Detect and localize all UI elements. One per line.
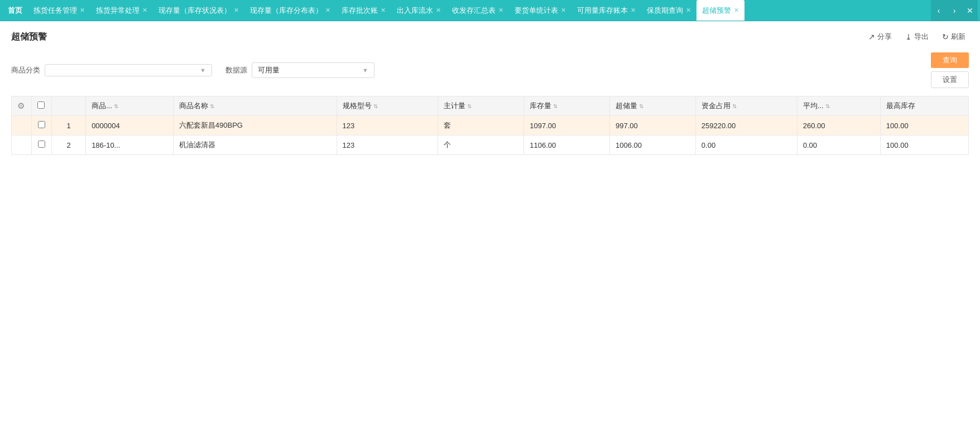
th-checkbox[interactable] [32, 96, 52, 116]
td-spec-1: 123 [337, 135, 438, 155]
table-header: ⚙ 商品...⇅ 商品名称⇅ 规格型号⇅ 主计量⇅ 库存量⇅ 超储量⇅ 资金占用… [12, 96, 969, 116]
nav-tab-0[interactable]: 拣货任务管理✕ [28, 0, 90, 21]
toolbar-right: ↗ 分享 ⤓ 导出 ↻ 刷新 [865, 30, 969, 43]
datasource-value: 可用量 [258, 65, 280, 75]
query-button[interactable]: 查询 [931, 52, 969, 68]
td-capital-1: 0.00 [695, 135, 797, 155]
tab-close-4[interactable]: ✕ [381, 7, 386, 14]
th-capital[interactable]: 资金占用⇅ [695, 96, 797, 116]
nav-home[interactable]: 首页 [2, 0, 28, 21]
datasource-filter: 数据源 可用量 ▼ [225, 62, 374, 78]
td-num-1: 2 [52, 135, 86, 155]
td-stock-1: 1106.00 [524, 135, 610, 155]
td-stock-0: 1097.00 [524, 116, 610, 135]
tab-close-7[interactable]: ✕ [561, 7, 566, 14]
table-body: 1 0000004 六配套新昌490BPG 123 套 1097.00 997.… [12, 116, 969, 155]
table-container: ⚙ 商品...⇅ 商品名称⇅ 规格型号⇅ 主计量⇅ 库存量⇅ 超储量⇅ 资金占用… [11, 96, 969, 155]
th-spec[interactable]: 规格型号⇅ [337, 96, 438, 116]
td-spec-0: 123 [337, 116, 438, 135]
tab-close-2[interactable]: ✕ [234, 7, 239, 14]
nav-tab-8[interactable]: 可用量库存账本✕ [571, 0, 641, 21]
tab-close-3[interactable]: ✕ [325, 7, 330, 14]
refresh-icon: ↻ [942, 32, 949, 41]
td-name-1: 机油滤清器 [173, 135, 337, 155]
page-header: 超储预警 ↗ 分享 ⤓ 导出 ↻ 刷新 [11, 30, 969, 43]
td-max-0: 100.00 [880, 116, 968, 135]
nav-tab-4[interactable]: 库存批次账✕ [336, 0, 391, 21]
nav-tab-9[interactable]: 保质期查询✕ [641, 0, 696, 21]
filter-area: 商品分类 ▼ 数据源 可用量 ▼ 查询 设置 [11, 52, 969, 88]
category-select[interactable]: ▼ [45, 64, 212, 76]
nav-prev-arrow[interactable]: ‹ [931, 0, 947, 21]
row-checkbox-1[interactable] [38, 140, 45, 148]
th-max[interactable]: 最高库存 [880, 96, 968, 116]
td-over-1: 1006.00 [610, 135, 696, 155]
tab-close-9[interactable]: ✕ [686, 7, 691, 14]
td-over-0: 997.00 [610, 116, 696, 135]
td-unit-1: 个 [438, 135, 524, 155]
settings-column-icon[interactable]: ⚙ [17, 101, 25, 110]
td-capital-0: 259220.00 [695, 116, 797, 135]
nav-tab-7[interactable]: 要货单统计表✕ [509, 0, 571, 21]
td-checkbox-0[interactable] [32, 116, 52, 135]
data-table: ⚙ 商品...⇅ 商品名称⇅ 规格型号⇅ 主计量⇅ 库存量⇅ 超储量⇅ 资金占用… [11, 96, 969, 155]
th-row-num [52, 96, 86, 116]
refresh-button[interactable]: ↻ 刷新 [939, 30, 969, 43]
share-button[interactable]: ↗ 分享 [865, 30, 895, 43]
nav-tab-10[interactable]: 超储预警✕ [696, 0, 744, 21]
tab-close-0[interactable]: ✕ [80, 7, 85, 14]
category-label: 商品分类 [11, 65, 40, 75]
th-over[interactable]: 超储量⇅ [610, 96, 696, 116]
table-row: 1 0000004 六配套新昌490BPG 123 套 1097.00 997.… [12, 116, 969, 135]
datasource-label: 数据源 [225, 65, 247, 75]
td-num-0: 1 [52, 116, 86, 135]
td-unit-0: 套 [438, 116, 524, 135]
settings-button[interactable]: 设置 [931, 71, 969, 88]
td-code-0: 0000004 [86, 116, 174, 135]
category-filter: 商品分类 ▼ [11, 64, 212, 76]
nav-tab-3[interactable]: 现存量（库存分布表）✕ [244, 0, 336, 21]
datasource-dropdown-icon: ▼ [362, 67, 368, 74]
tab-close-6[interactable]: ✕ [498, 7, 503, 14]
th-name[interactable]: 商品名称⇅ [173, 96, 337, 116]
th-stock[interactable]: 库存量⇅ [524, 96, 610, 116]
tab-close-1[interactable]: ✕ [142, 7, 147, 14]
page-content: 超储预警 ↗ 分享 ⤓ 导出 ↻ 刷新 商品分类 ▼ 数据源 [0, 21, 980, 164]
nav-arrows: ‹ › ✕ [931, 0, 978, 21]
td-avg-0: 260.00 [797, 116, 880, 135]
th-code[interactable]: 商品...⇅ [86, 96, 174, 116]
tab-close-10[interactable]: ✕ [734, 7, 739, 14]
th-settings[interactable]: ⚙ [12, 96, 32, 116]
nav-tab-2[interactable]: 现存量（库存状况表）✕ [153, 0, 244, 21]
th-unit[interactable]: 主计量⇅ [438, 96, 524, 116]
datasource-select[interactable]: 可用量 ▼ [252, 62, 374, 78]
td-avg-1: 0.00 [797, 135, 880, 155]
td-settings-0 [12, 116, 32, 135]
td-code-1: 186-10... [86, 135, 174, 155]
select-all-checkbox[interactable] [37, 101, 45, 109]
nav-close-arrow[interactable]: ✕ [962, 0, 978, 21]
td-name-0: 六配套新昌490BPG [173, 116, 337, 135]
category-dropdown-icon: ▼ [200, 67, 206, 74]
nav-tab-1[interactable]: 拣货异常处理✕ [90, 0, 153, 21]
td-max-1: 100.00 [880, 135, 968, 155]
nav-next-arrow[interactable]: › [947, 0, 962, 21]
nav-tab-5[interactable]: 出入库流水✕ [391, 0, 446, 21]
tab-close-8[interactable]: ✕ [631, 7, 636, 14]
share-icon: ↗ [868, 32, 875, 41]
nav-bar: 首页 拣货任务管理✕拣货异常处理✕现存量（库存状况表）✕现存量（库存分布表）✕库… [0, 0, 980, 21]
td-settings-1 [12, 135, 32, 155]
page-title: 超储预警 [11, 31, 47, 43]
table-row: 2 186-10... 机油滤清器 123 个 1106.00 1006.00 … [12, 135, 969, 155]
export-button[interactable]: ⤓ 导出 [902, 30, 932, 43]
tab-close-5[interactable]: ✕ [436, 7, 441, 14]
nav-tab-6[interactable]: 收发存汇总表✕ [446, 0, 509, 21]
export-icon: ⤓ [905, 32, 912, 41]
row-checkbox-0[interactable] [38, 121, 45, 128]
td-checkbox-1[interactable] [32, 135, 52, 155]
th-avg[interactable]: 平均...⇅ [797, 96, 880, 116]
